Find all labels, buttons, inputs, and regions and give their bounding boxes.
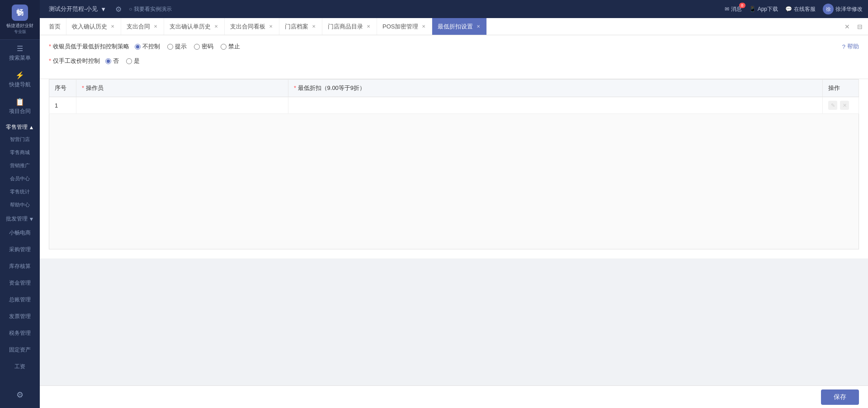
tab-contract[interactable]: 支出合同 ✕: [121, 18, 164, 35]
radio-no-input[interactable]: [105, 58, 111, 64]
sidebar-item-shortcut[interactable]: ⚡ 快捷导航: [0, 66, 40, 93]
sidebar-sub-label: 固定资产: [9, 346, 31, 354]
sidebar-item-online[interactable]: 零售商城: [0, 146, 40, 159]
sidebar-item-help[interactable]: 帮助中心: [0, 198, 40, 211]
sidebar-item-project[interactable]: 📋 项目合同: [0, 93, 40, 120]
tab-pos[interactable]: POS加密管理 ✕: [377, 18, 432, 35]
app-download-button[interactable]: 📱 App下载: [749, 5, 778, 13]
tab-label: 支出合同: [127, 23, 150, 31]
app-label: App下载: [758, 5, 778, 13]
tab-close-icon[interactable]: ✕: [366, 23, 371, 29]
radio-password[interactable]: 密码: [194, 42, 213, 51]
tab-close-icon[interactable]: ✕: [268, 23, 274, 29]
tab-menu-icon[interactable]: ⊟: [855, 22, 864, 31]
radio-forbid-input[interactable]: [221, 44, 226, 50]
sidebar-item-purchase[interactable]: 采购管理: [0, 241, 40, 258]
tab-store[interactable]: 门店档案 ✕: [279, 18, 322, 35]
sidebar-sub-label: 工资: [14, 363, 25, 370]
sidebar-item-fund[interactable]: 资金管理: [0, 275, 40, 291]
sidebar-sub-label: 总账管理: [9, 296, 31, 304]
sidebar: 畅 畅捷通好业财 专业版 ☰ 搜索菜单 ⚡ 快捷导航 📋 项目合同 零售管理 ▲…: [0, 0, 40, 408]
cell-operator[interactable]: [76, 97, 288, 114]
sidebar-item-inventory[interactable]: 库存核算: [0, 258, 40, 275]
tab-label: 门店档案: [285, 23, 308, 31]
radio-yes[interactable]: 是: [126, 57, 140, 65]
tab-payment[interactable]: 支出确认单历史 ✕: [164, 18, 225, 35]
sidebar-sub-label: 智营门店: [10, 136, 30, 143]
tab-close-all-icon[interactable]: ✕: [843, 22, 852, 31]
sidebar-item-invoice[interactable]: 发票管理: [0, 308, 40, 325]
sidebar-item-stats[interactable]: 零售统计: [0, 185, 40, 198]
topbar-settings-icon[interactable]: ⚙: [113, 3, 123, 15]
cell-discount[interactable]: [288, 97, 822, 114]
sidebar-sub-label: 税务管理: [9, 329, 31, 337]
tab-discount[interactable]: 最低折扣设置 ✕: [432, 18, 487, 35]
message-button[interactable]: ✉ 消息 8: [725, 5, 742, 13]
radio-remind-input[interactable]: [167, 44, 173, 50]
empty-cell: [49, 114, 859, 249]
sidebar-item-wholesale[interactable]: 批发管理 ▼: [0, 211, 40, 225]
table-row: 1 ✎ ✕: [49, 97, 859, 114]
tab-home[interactable]: 首页: [43, 18, 66, 35]
service-button[interactable]: 💬 在线客服: [785, 5, 816, 13]
sidebar-sub-label: 资金管理: [9, 279, 31, 287]
radio-forbid[interactable]: 禁止: [221, 42, 240, 51]
message-icon: ✉: [725, 6, 729, 12]
strategy-radio-group: 不控制 提示 密码 禁止: [135, 42, 240, 51]
tab-goods[interactable]: 门店商品目录 ✕: [322, 18, 377, 35]
sidebar-sub-label: 帮助中心: [10, 202, 30, 208]
demo-icon: ○: [129, 6, 132, 12]
tab-close-icon[interactable]: ✕: [421, 23, 426, 29]
tab-label: 门店商品目录: [328, 23, 363, 31]
user-info[interactable]: 徐 徐泽华修改: [823, 4, 863, 14]
tab-close-icon[interactable]: ✕: [110, 23, 115, 29]
sidebar-item-ledger[interactable]: 总账管理: [0, 291, 40, 308]
radio-remind[interactable]: 提示: [167, 42, 187, 51]
project-icon: 📋: [15, 98, 24, 106]
sidebar-item-smart[interactable]: 智营门店: [0, 133, 40, 146]
radio-label: 禁止: [228, 42, 240, 51]
radio-yes-input[interactable]: [126, 58, 132, 64]
tab-income[interactable]: 收入确认历史 ✕: [66, 18, 121, 35]
help-button[interactable]: ? 帮助: [842, 42, 859, 51]
download-icon: 📱: [749, 6, 756, 12]
discount-table: 序号 操作员 最低折扣（9.00等于9折） 操作: [49, 79, 859, 249]
message-badge: 8: [739, 3, 745, 8]
sidebar-item-fixed[interactable]: 固定资产: [0, 342, 40, 358]
settings-gear-icon[interactable]: ⚙: [13, 386, 27, 403]
save-button[interactable]: 保存: [821, 389, 859, 405]
radio-password-input[interactable]: [194, 44, 200, 50]
lightning-icon: ⚡: [15, 71, 24, 80]
sidebar-item-label: 项目合同: [9, 108, 31, 115]
th-action: 操作: [823, 80, 859, 97]
tab-close-icon[interactable]: ✕: [213, 23, 219, 29]
tab-close-icon[interactable]: ✕: [153, 23, 158, 29]
tab-label: POS加密管理: [382, 23, 418, 31]
sidebar-item-marketing[interactable]: 营销推广: [0, 159, 40, 172]
sidebar-sub-label: 营销推广: [10, 162, 30, 169]
strategy-row: 收银员低于最低折扣控制策略 不控制 提示 密码: [49, 42, 859, 51]
radio-no[interactable]: 否: [105, 57, 119, 65]
sidebar-item-tax[interactable]: 税务管理: [0, 325, 40, 342]
delete-icon[interactable]: ✕: [840, 101, 849, 110]
sidebar-sub-label: 采购管理: [9, 246, 31, 253]
topbar-right: ✉ 消息 8 📱 App下载 💬 在线客服 徐 徐泽华修改: [725, 4, 863, 14]
demo-link[interactable]: ○ 我要看实例演示: [129, 5, 172, 13]
radio-no-control-input[interactable]: [135, 44, 141, 50]
table-header-row: 序号 操作员 最低折扣（9.00等于9折） 操作: [49, 80, 859, 97]
sidebar-item-retail[interactable]: 零售管理 ▲: [0, 120, 40, 133]
tab-close-icon[interactable]: ✕: [311, 23, 316, 29]
sidebar-bottom: ⚙: [0, 382, 40, 408]
sidebar-item-search[interactable]: ☰ 搜索菜单: [0, 40, 40, 66]
radio-label: 密码: [202, 42, 213, 51]
sidebar-item-salary[interactable]: 工资: [0, 358, 40, 375]
edit-icon[interactable]: ✎: [828, 101, 837, 110]
sidebar-item-ecommerce[interactable]: 小畅电商: [0, 225, 40, 241]
radio-no-control[interactable]: 不控制: [135, 42, 160, 51]
tab-label: 支出确认单历史: [170, 23, 211, 31]
tab-board[interactable]: 支出合同看板 ✕: [225, 18, 279, 35]
sidebar-item-member[interactable]: 会员中心: [0, 172, 40, 185]
project-selector[interactable]: 测试分开范程-小见 ▼: [45, 3, 110, 15]
tab-close-icon[interactable]: ✕: [476, 23, 481, 29]
tab-label: 最低折扣设置: [438, 23, 473, 31]
